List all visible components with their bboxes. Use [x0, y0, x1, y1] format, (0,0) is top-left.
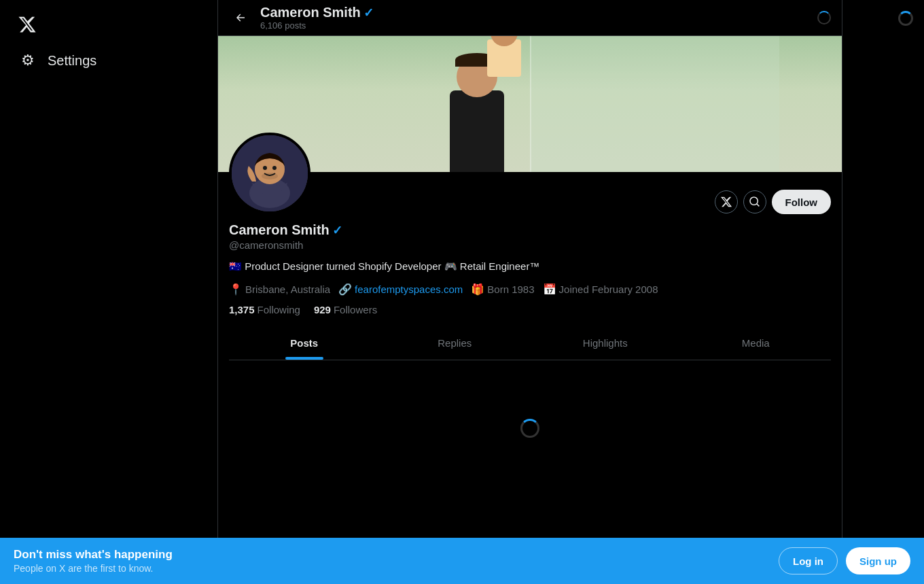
sidebar-item-settings[interactable]: ⚙ Settings [11, 44, 105, 78]
following-label: Following [257, 304, 300, 315]
tab-replies[interactable]: Replies [380, 326, 531, 360]
svg-point-5 [262, 173, 278, 179]
main-content: Cameron Smith ✓ 6,106 posts [217, 0, 842, 584]
profile-actions: Follow [715, 190, 832, 214]
back-button[interactable] [229, 6, 252, 29]
meta-joined-text: Joined February 2008 [559, 284, 658, 295]
gear-icon: ⚙ [19, 52, 37, 69]
header-posts-label: posts [285, 20, 306, 31]
meta-joined: 📅 Joined February 2008 [543, 283, 658, 296]
profile-name-text: Cameron Smith [229, 222, 330, 238]
search-profile-button[interactable] [743, 190, 766, 213]
header-info: Cameron Smith ✓ 6,106 posts [260, 5, 831, 31]
tab-media[interactable]: Media [681, 326, 832, 360]
profile-verified-badge: ✓ [332, 223, 342, 238]
x-logo-icon [18, 15, 37, 34]
bottom-bar-subtitle: People on X are the first to know. [14, 563, 173, 574]
banner-image [218, 36, 842, 172]
bottom-bar-text: Don't miss what's happening People on X … [14, 548, 173, 574]
following-stat[interactable]: 1,375 Following [229, 304, 300, 315]
back-arrow-icon [234, 12, 247, 24]
avatar-inner [232, 135, 308, 211]
bottom-bar-title: Don't miss what's happening [14, 548, 173, 562]
follow-button[interactable]: Follow [772, 190, 832, 214]
profile-handle: @cameronsmith [229, 239, 831, 251]
banner-window [530, 36, 779, 172]
profile-name: Cameron Smith ✓ [229, 222, 831, 238]
right-panel [842, 0, 924, 584]
birthday-icon: 🎁 [471, 283, 484, 296]
avatar-container [229, 133, 310, 214]
profile-tabs: Posts Replies Highlights Media [229, 326, 831, 360]
meta-location-text: Brisbane, Australia [245, 284, 330, 295]
profile-info-section: Follow Cameron Smith ✓ @cameronsmith 🇦🇺 … [218, 172, 842, 360]
header-name: Cameron Smith ✓ [260, 5, 831, 20]
x-logo-button[interactable] [11, 8, 43, 41]
meta-location: 📍 Brisbane, Australia [229, 283, 330, 296]
meta-born: 🎁 Born 1983 [471, 283, 534, 296]
profile-header: Cameron Smith ✓ 6,106 posts [218, 0, 842, 36]
loading-indicator-top [817, 11, 831, 24]
followers-label: Followers [334, 304, 377, 315]
tab-posts[interactable]: Posts [229, 326, 380, 360]
followers-stat[interactable]: 929 Followers [314, 304, 377, 315]
profile-top-row: Follow [229, 180, 831, 214]
svg-point-3 [263, 166, 267, 170]
header-verified-badge: ✓ [363, 5, 374, 20]
signup-button[interactable]: Sign up [846, 547, 910, 574]
meta-website[interactable]: 🔗 fearofemptyspaces.com [338, 283, 463, 296]
top-right-spinner [817, 11, 831, 24]
link-icon: 🔗 [338, 283, 352, 296]
sidebar-item-settings-label: Settings [48, 53, 96, 69]
profile-bio: 🇦🇺 Product Designer turned Shopify Devel… [229, 259, 831, 275]
avatar [229, 133, 310, 214]
svg-point-4 [272, 166, 277, 170]
header-name-text: Cameron Smith [260, 5, 361, 20]
sidebar: ⚙ Settings [0, 0, 217, 584]
header-posts-number: 6,106 [260, 20, 283, 31]
profile-banner [218, 36, 842, 172]
calendar-icon: 📅 [543, 283, 556, 296]
right-panel-spinner [898, 11, 913, 26]
header-posts-count: 6,106 posts [260, 20, 831, 31]
bottom-bar: Don't miss what's happening People on X … [0, 538, 924, 584]
followers-count: 929 [314, 304, 331, 315]
search-icon [749, 196, 761, 208]
profile-meta: 📍 Brisbane, Australia 🔗 fearofemptyspace… [229, 283, 831, 296]
profile-stats: 1,375 Following 929 Followers [229, 304, 831, 315]
login-button[interactable]: Log in [779, 547, 838, 574]
loading-area [218, 360, 842, 496]
x-small-icon [720, 196, 732, 208]
content-spinner [520, 419, 539, 438]
banner-person-child [480, 36, 528, 104]
following-count: 1,375 [229, 304, 255, 315]
bottom-bar-actions: Log in Sign up [779, 547, 910, 574]
tab-highlights[interactable]: Highlights [530, 326, 681, 360]
avatar-illustration [232, 135, 308, 211]
meta-website-link[interactable]: fearofemptyspaces.com [355, 284, 463, 295]
meta-born-text: Born 1983 [487, 284, 534, 295]
location-icon: 📍 [229, 283, 243, 296]
x-profile-icon-button[interactable] [715, 190, 738, 213]
